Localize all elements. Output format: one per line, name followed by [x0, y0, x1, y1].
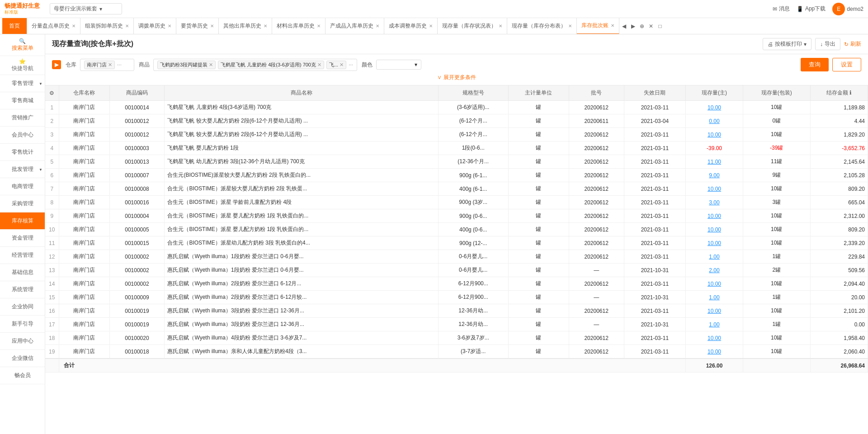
chevron-down-icon: ∨ — [437, 74, 443, 80]
tab-next-btn[interactable]: ▶ — [628, 18, 637, 34]
sidebar-item-ecommerce[interactable]: 电商管理 — [0, 178, 45, 195]
col-settings[interactable]: ⚙ — [45, 85, 59, 101]
sidebar-item-guide[interactable]: 新手引导 — [0, 316, 45, 333]
tab-chengben[interactable]: 成本调整单历史 ✕ — [384, 18, 438, 34]
tab-close-icon[interactable]: ✕ — [429, 24, 433, 28]
export-btn[interactable]: ↓ 导出 — [815, 38, 840, 50]
col-expire: 失效日期 — [624, 85, 686, 101]
tab-zuchai[interactable]: 组装拆卸单历史 ✕ — [80, 18, 134, 34]
filter-row: ▶ 仓库 南岸门店 ✕ ··· 商品 飞鹤奶粉3段丙罐提装 ✕ — [52, 58, 861, 71]
cell-qty-main[interactable]: 3.00 — [686, 196, 743, 209]
tab-maximize-btn[interactable]: □ — [656, 18, 665, 34]
cell-qty-main[interactable]: 10.00 — [686, 304, 743, 318]
sidebar-item-wechat[interactable]: 企业微信 — [0, 350, 45, 367]
tag-close-icon[interactable]: ✕ — [340, 62, 344, 68]
cell-qty-main[interactable]: -39.00 — [686, 142, 743, 155]
tab-close-icon[interactable]: ✕ — [125, 24, 129, 28]
cell-qty-main[interactable]: 10.00 — [686, 101, 743, 114]
tab-close-icon[interactable]: ✕ — [568, 24, 572, 28]
sidebar-item-apps[interactable]: 应用中心 — [0, 333, 45, 350]
tab-yaohuo[interactable]: 要货单历史 ✕ — [176, 18, 219, 34]
sidebar-item-system[interactable]: 系统管理 — [0, 281, 45, 298]
expand-filter-btn[interactable]: ▶ — [52, 60, 61, 69]
tab-close-icon[interactable]: ✕ — [499, 24, 502, 28]
tab-fenpan[interactable]: 分量盘点单历史 ✕ — [27, 18, 80, 34]
color-select[interactable]: ▾ — [376, 60, 421, 70]
mobile-icon: 📱 — [797, 6, 803, 12]
tag-close-icon[interactable]: ✕ — [108, 62, 112, 68]
sidebar-item-basics[interactable]: 基础信息 — [0, 264, 45, 281]
tab-close-icon[interactable]: ✕ — [210, 24, 214, 28]
cell-spec: (3-7岁适... — [438, 345, 508, 359]
refresh-btn[interactable]: ↻ 刷新 — [844, 40, 861, 48]
tab-close-icon[interactable]: ✕ — [611, 23, 614, 28]
tab-tiaopi[interactable]: 调拨单历史 ✕ — [134, 18, 176, 34]
cell-qty-main[interactable]: 1.00 — [686, 291, 743, 304]
tab-pianci[interactable]: 库存批次账 ✕ — [577, 18, 619, 34]
cell-name: 合生元（BIOSTIME）派星较大婴儿配方奶粉 2段 乳铁蛋... — [165, 182, 438, 196]
sidebar-item-business[interactable]: 经营管理 — [0, 247, 45, 264]
tab-more-btn[interactable]: ⊕ — [637, 18, 646, 34]
sidebar-item-finance[interactable]: 资金管理 — [0, 230, 45, 247]
user-area[interactable]: E demo2 — [832, 3, 863, 15]
tab-xianzai1[interactable]: 现存量（库存状况表） ✕ — [438, 18, 507, 34]
tab-close-all-btn[interactable]: ✕ — [646, 18, 656, 34]
cell-qty-main[interactable]: 10.00 — [686, 331, 743, 345]
tab-prev-btn[interactable]: ◀ — [619, 18, 628, 34]
tab-close-icon[interactable]: ✕ — [264, 24, 267, 28]
print-btn[interactable]: 🖨 按模板打印 ▾ — [763, 38, 811, 50]
sidebar-item-retail-shop[interactable]: 零售商城 — [0, 92, 45, 109]
industry-selector[interactable]: 母婴行业演示账套 ▾ — [50, 3, 122, 14]
cell-qty-main[interactable]: 0.00 — [686, 114, 743, 128]
cell-qty-main[interactable]: 9.00 — [686, 169, 743, 182]
setting-btn[interactable]: 设置 — [832, 58, 861, 71]
tab-close-icon[interactable]: ✕ — [376, 24, 379, 28]
sidebar-item-enterprise[interactable]: 企业协同 — [0, 298, 45, 316]
cell-qty-main[interactable]: 1.00 — [686, 250, 743, 264]
sidebar-item-marketing[interactable]: 营销推广 — [0, 109, 45, 127]
cell-name: 飞鹤星飞帆 较大婴儿配方奶粉 2段(6-12个月婴幼儿适用) ... — [165, 128, 438, 142]
cell-spec: 900g (0-6... — [438, 209, 508, 223]
cell-qty-main[interactable]: 11.00 — [686, 155, 743, 169]
tab-qita[interactable]: 其他出库单历史 ✕ — [219, 18, 272, 34]
cell-qty-main[interactable]: 10.00 — [686, 277, 743, 291]
sidebar-item-purchase[interactable]: 采购管理 — [0, 195, 45, 212]
message-btn[interactable]: ✉ 消息 — [773, 5, 790, 13]
table-container[interactable]: ⚙ 仓库名称 商品编码 商品名称 规格型号 主计量单位 批号 失效日期 现存量(… — [45, 85, 868, 434]
sidebar-item-retail-mgmt[interactable]: 零售管理 — [0, 75, 45, 92]
logo-area: 畅捷通好生意 标准版 — [5, 2, 50, 16]
tab-xianzai2[interactable]: 现存量（库存分布表） ✕ — [507, 18, 577, 34]
tab-chengpin[interactable]: 产成品入库单历史 ✕ — [326, 18, 384, 34]
cell-qty-main[interactable]: 10.00 — [686, 345, 743, 359]
tab-close-icon[interactable]: ✕ — [317, 24, 321, 28]
cell-qty-main[interactable]: 10.00 — [686, 209, 743, 223]
tag-close-icon[interactable]: ✕ — [209, 62, 213, 68]
cell-qty-main[interactable]: 2.00 — [686, 264, 743, 277]
product-tags[interactable]: 飞鹤奶粉3段丙罐提装 ✕ 飞鹤星飞帆 儿童奶粉 4段(3-6岁适用) 700克 … — [153, 59, 357, 71]
sidebar-item-inventory[interactable]: 库存核算 — [0, 212, 45, 230]
sidebar-item-member[interactable]: 会员中心 — [0, 127, 45, 144]
query-btn[interactable]: 查询 — [801, 58, 829, 71]
tab-close-icon[interactable]: ✕ — [72, 24, 75, 28]
filter-more-icon[interactable]: ··· — [349, 61, 353, 68]
warehouse-tags[interactable]: 南岸门店 ✕ ··· — [80, 59, 134, 71]
sidebar-item-changyue[interactable]: 畅会员 — [0, 367, 45, 384]
cell-qty-main[interactable]: 10.00 — [686, 236, 743, 250]
cell-qty-main[interactable]: 10.00 — [686, 182, 743, 196]
tab-close-icon[interactable]: ✕ — [168, 24, 171, 28]
cell-qty-main[interactable]: 10.00 — [686, 223, 743, 236]
sidebar-quick-nav[interactable]: ⭐ 快捷导航 — [0, 56, 45, 75]
cell-batch: 20200612 — [569, 209, 624, 223]
app-download-btn[interactable]: 📱 App下载 — [797, 5, 826, 13]
row-number: 16 — [45, 304, 59, 318]
filter-more-icon[interactable]: ··· — [117, 61, 122, 68]
tag-close-icon[interactable]: ✕ — [317, 62, 321, 68]
sidebar-item-retail-stats[interactable]: 零售统计 — [0, 144, 45, 161]
sidebar-item-wholesale[interactable]: 批发管理 — [0, 161, 45, 178]
cell-qty-main[interactable]: 1.00 — [686, 318, 743, 331]
sidebar-search[interactable]: 🔍 搜索菜单 — [0, 34, 45, 56]
expand-more-btn[interactable]: ∨ 展开更多条件 — [52, 74, 861, 81]
tab-cailiao[interactable]: 材料出库单历史 ✕ — [272, 18, 326, 34]
cell-qty-main[interactable]: 10.00 — [686, 128, 743, 142]
tab-home[interactable]: 首页 — [2, 18, 27, 34]
